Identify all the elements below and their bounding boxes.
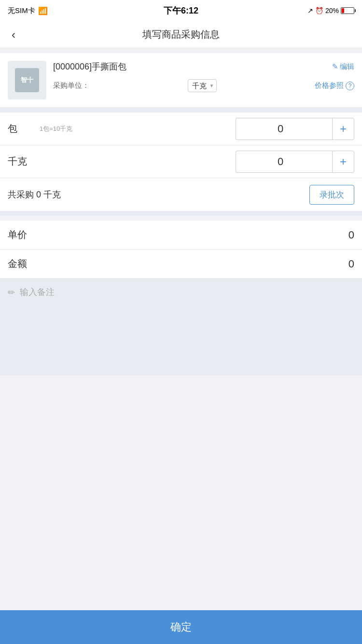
price-ref-label: 价格参照 (315, 81, 344, 90)
kg-label: 千克 (8, 155, 37, 168)
unit-select-wrap[interactable]: 千克 (188, 79, 217, 92)
notes-section[interactable]: ✏ 输入备注 (0, 279, 362, 375)
bag-plus-button[interactable]: + (332, 118, 354, 140)
total-value: 0 (36, 190, 41, 199)
kg-input-right: + (236, 151, 354, 173)
section-divider-1 (0, 108, 362, 112)
confirm-label: 确定 (170, 620, 192, 634)
amount-row: 金额 0 (0, 250, 362, 279)
status-right: ↗ ⏰ 20% (307, 7, 354, 14)
notes-icon: ✏ (8, 287, 15, 298)
status-time: 下午6:12 (164, 5, 198, 16)
kg-quantity-input[interactable] (236, 151, 332, 173)
bag-sub-label: 1包=10千克 (40, 125, 72, 133)
gps-icon: ↗ (307, 7, 313, 14)
confirm-button[interactable]: 确定 (0, 610, 362, 644)
product-card: 智十 [0000006]手撕面包 ✎ 编辑 采购单位： 千克 价格参照 ? (0, 53, 362, 108)
amount-value: 0 (348, 258, 354, 270)
kg-input-row: 千克 + (0, 145, 362, 178)
bag-input-row: 包 1包=10千克 + (0, 112, 362, 145)
input-section: 包 1包=10千克 + 千克 + 共采购 0 千克 录批次 (0, 112, 362, 211)
back-button[interactable]: ‹ (0, 21, 27, 48)
nav-bar: ‹ 填写商品采购信息 (0, 21, 362, 48)
product-image: 智十 (8, 61, 46, 99)
edit-icon: ✎ (332, 62, 338, 71)
section-divider-2 (0, 211, 362, 216)
product-info: [0000006]手撕面包 ✎ 编辑 采购单位： 千克 价格参照 ? (53, 61, 354, 92)
page-title: 填写商品采购信息 (142, 28, 220, 41)
alarm-icon: ⏰ (315, 7, 323, 14)
bag-quantity-input[interactable] (236, 118, 332, 140)
unit-select[interactable]: 千克 (188, 79, 217, 92)
battery-percent: 20% (325, 7, 339, 14)
bag-input-right: + (236, 118, 354, 140)
unit-price-value: 0 (348, 229, 354, 241)
product-name: [0000006]手撕面包 (53, 61, 126, 72)
total-label: 共采购 0 千克 (8, 189, 61, 200)
total-row: 共采购 0 千克 录批次 (0, 178, 362, 211)
record-batch-button[interactable]: 录批次 (309, 185, 354, 205)
status-bar: 无SIM卡 📶 下午6:12 ↗ ⏰ 20% (0, 0, 362, 21)
price-ref-icon: ? (346, 82, 354, 90)
amount-label: 金额 (8, 257, 27, 270)
bottom-space (0, 375, 362, 409)
notes-placeholder: 输入备注 (20, 286, 55, 298)
wifi-icon: 📶 (38, 6, 48, 15)
unit-price-label: 单价 (8, 228, 27, 241)
edit-button[interactable]: ✎ 编辑 (332, 62, 354, 71)
price-ref-button[interactable]: 价格参照 ? (315, 81, 354, 90)
unit-label: 采购单位： (53, 81, 89, 90)
kg-plus-button[interactable]: + (332, 151, 354, 173)
price-section: 单价 0 金额 0 (0, 221, 362, 279)
carrier-label: 无SIM卡 (8, 6, 35, 15)
unit-price-row: 单价 0 (0, 221, 362, 250)
status-left: 无SIM卡 📶 (8, 6, 48, 15)
product-logo: 智十 (15, 68, 39, 92)
battery-icon (341, 7, 354, 14)
total-unit: 千克 (43, 190, 61, 199)
bag-label: 包 (8, 122, 37, 135)
